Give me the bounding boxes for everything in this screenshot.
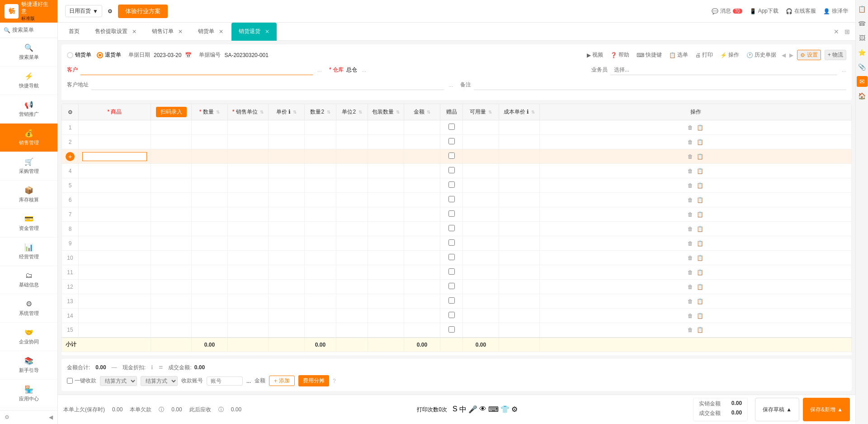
row-product-cell[interactable] (79, 222, 151, 236)
row-gift-cell[interactable] (440, 164, 463, 178)
save-draft-btn[interactable]: 保存草稿 ▲ (755, 398, 799, 421)
expand-tab-btn[interactable]: ⊞ (843, 27, 852, 36)
sidebar-item-search[interactable]: 🔍搜索菜单 (0, 38, 57, 67)
trial-btn[interactable]: 体验行业方案 (118, 5, 168, 18)
right-bar-btn-6[interactable]: ✉ (857, 76, 868, 87)
chinese-icon[interactable]: 中 (459, 405, 467, 414)
copy-icon-4[interactable]: 📋 (697, 168, 703, 174)
gift-checkbox-13[interactable] (448, 297, 455, 304)
delete-icon-10[interactable]: 🗑 (688, 255, 693, 261)
topbar-settings-icon[interactable]: ⚙ (108, 8, 113, 14)
delete-icon-7[interactable]: 🗑 (688, 211, 693, 218)
row-amount-cell[interactable] (404, 193, 440, 207)
row-pack-qty-cell[interactable] (368, 164, 404, 178)
history-btn[interactable]: 🕐 历史单据 (745, 50, 778, 60)
split-btn[interactable]: 费用分摊 (298, 375, 329, 386)
row-amount-cell[interactable] (404, 178, 440, 193)
gift-checkbox-3[interactable] (448, 152, 455, 159)
row-pack-qty-cell[interactable] (368, 135, 404, 149)
settings-btn[interactable]: ⚙ 设置 (797, 50, 821, 60)
row-qty-cell[interactable] (192, 309, 228, 323)
row-qty-cell[interactable] (192, 135, 228, 149)
row-qty-cell[interactable] (192, 236, 228, 251)
row-gift-cell[interactable] (440, 294, 463, 309)
row-sales-unit-cell[interactable] (228, 251, 269, 265)
row-product-cell[interactable] (79, 236, 151, 251)
close-tab-btn[interactable]: ✕ (832, 27, 841, 36)
delete-icon-8[interactable]: 🗑 (688, 226, 693, 232)
video-btn[interactable]: ▶ 视频 (585, 50, 605, 60)
calc-method-select[interactable]: 结算方式 (141, 376, 178, 386)
row-unit-price-cell[interactable] (269, 323, 305, 338)
delete-icon-6[interactable]: 🗑 (688, 197, 693, 203)
copy-icon-7[interactable]: 📋 (697, 211, 703, 218)
row-pack-qty-cell[interactable] (368, 236, 404, 251)
row-sales-unit-cell[interactable] (228, 280, 269, 294)
row-product-cell[interactable] (79, 120, 151, 135)
row-available-cell[interactable] (463, 251, 499, 265)
row-product-cell[interactable] (79, 178, 151, 193)
row-product-cell[interactable] (79, 294, 151, 309)
row-unit2-cell[interactable] (336, 236, 368, 251)
row-pack-qty-cell[interactable] (368, 193, 404, 207)
nav-prev-icon[interactable]: ◀ (782, 52, 786, 58)
row-unit2-cell[interactable] (336, 265, 368, 280)
row-unit2-cell[interactable] (336, 294, 368, 309)
keyboard-icon[interactable]: ⌨ (488, 405, 499, 414)
row-pack-qty-cell[interactable] (368, 207, 404, 222)
collapse-icon[interactable]: ◀ (49, 414, 53, 420)
row-sales-unit-cell[interactable] (228, 120, 269, 135)
row-available-cell[interactable] (463, 120, 499, 135)
row-qty-cell[interactable] (192, 178, 228, 193)
sidebar-item-marketing[interactable]: 📢营销推广 (0, 95, 57, 124)
row-amount-cell[interactable] (404, 149, 440, 164)
settlement-method-select[interactable]: 结算方式 (100, 376, 137, 386)
row-qty-cell[interactable] (192, 280, 228, 294)
row-available-cell[interactable] (463, 265, 499, 280)
gift-checkbox-15[interactable] (448, 326, 455, 333)
row-gift-cell[interactable] (440, 251, 463, 265)
calendar-icon[interactable]: 📅 (185, 52, 192, 58)
row-qty2-cell[interactable] (305, 178, 336, 193)
row-amount-cell[interactable] (404, 222, 440, 236)
copy-icon-14[interactable]: 📋 (697, 313, 703, 319)
row-unit2-cell[interactable] (336, 149, 368, 164)
account-no-input[interactable] (207, 376, 243, 386)
row-unit-price-cell[interactable] (269, 265, 305, 280)
app-download-btn[interactable]: 📱 App下载 (750, 7, 778, 15)
message-btn[interactable]: 💬 消息 70 (712, 7, 742, 15)
delete-icon-15[interactable]: 🗑 (688, 327, 693, 333)
row-unit-price-cell[interactable] (269, 178, 305, 193)
gift-checkbox-8[interactable] (448, 225, 455, 231)
tab-close-sales-ship[interactable]: ✕ (219, 29, 223, 35)
radio-return[interactable]: 退货单 (97, 51, 121, 59)
row-unit2-cell[interactable] (336, 178, 368, 193)
delete-icon-3[interactable]: 🗑 (688, 153, 693, 160)
row-unit-price-cell[interactable] (269, 135, 305, 149)
row-gift-cell[interactable] (440, 149, 463, 164)
row-pack-qty-cell[interactable] (368, 178, 404, 193)
row-sales-unit-cell[interactable] (228, 164, 269, 178)
gift-checkbox-7[interactable] (448, 210, 455, 217)
warehouse-dots[interactable]: ... (362, 67, 366, 73)
row-pack-qty-cell[interactable] (368, 120, 404, 135)
row-qty2-cell[interactable] (305, 135, 336, 149)
customer-input[interactable] (80, 65, 313, 75)
row-qty2-cell[interactable] (305, 280, 336, 294)
row-product-cell[interactable] (79, 265, 151, 280)
row-cost-price-cell[interactable] (499, 222, 540, 236)
row-available-cell[interactable] (463, 309, 499, 323)
gift-checkbox-5[interactable] (448, 181, 455, 188)
gift-checkbox-14[interactable] (448, 312, 455, 318)
shirt-icon[interactable]: 👕 (500, 405, 509, 414)
sidebar-search-item[interactable]: 🔍 搜索菜单 (0, 23, 57, 38)
row-unit2-cell[interactable] (336, 280, 368, 294)
select-order-btn[interactable]: 📋 选单 (667, 50, 690, 60)
row-qty-cell[interactable] (192, 164, 228, 178)
copy-icon-1[interactable]: 📋 (697, 124, 703, 131)
logistics-btn[interactable]: + 物流 (825, 50, 846, 60)
row-unit-price-cell[interactable] (269, 149, 305, 164)
copy-icon-5[interactable]: 📋 (697, 182, 703, 189)
salesman-dots[interactable]: ... (842, 67, 846, 73)
row-sales-unit-cell[interactable] (228, 222, 269, 236)
